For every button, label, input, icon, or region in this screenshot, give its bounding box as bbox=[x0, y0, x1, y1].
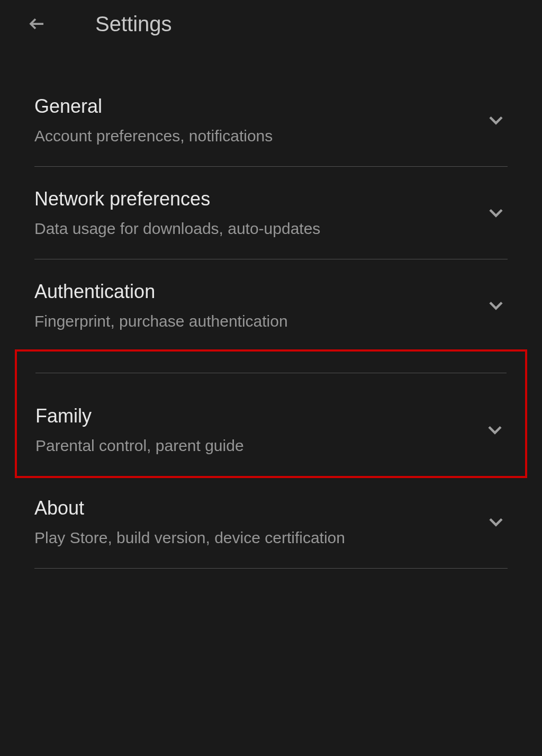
chevron-down-icon bbox=[483, 418, 507, 442]
page-title: Settings bbox=[95, 12, 172, 36]
settings-item-title: Authentication bbox=[34, 281, 474, 303]
header: Settings bbox=[0, 0, 542, 48]
settings-item-title: General bbox=[34, 95, 474, 118]
back-button[interactable] bbox=[26, 13, 48, 34]
divider bbox=[35, 373, 507, 373]
settings-item-about[interactable]: About Play Store, build version, device … bbox=[0, 476, 542, 568]
chevron-down-icon bbox=[484, 109, 508, 132]
settings-item-subtitle: Fingerprint, purchase authentication bbox=[34, 312, 474, 330]
settings-list: General Account preferences, notificatio… bbox=[0, 48, 542, 569]
settings-item-title: Network preferences bbox=[34, 188, 474, 210]
settings-item-subtitle: Data usage for downloads, auto-updates bbox=[34, 220, 474, 238]
settings-item-network[interactable]: Network preferences Data usage for downl… bbox=[0, 167, 542, 259]
settings-item-title: About bbox=[34, 497, 474, 519]
arrow-left-icon bbox=[28, 14, 47, 33]
settings-item-subtitle: Parental control, parent guide bbox=[35, 437, 473, 455]
settings-item-general[interactable]: General Account preferences, notificatio… bbox=[0, 74, 542, 166]
settings-item-title: Family bbox=[35, 405, 473, 427]
divider bbox=[34, 568, 508, 569]
settings-item-authentication[interactable]: Authentication Fingerprint, purchase aut… bbox=[0, 259, 542, 352]
settings-item-family-highlighted[interactable]: Family Parental control, parent guide bbox=[15, 349, 527, 478]
settings-item-subtitle: Play Store, build version, device certif… bbox=[34, 529, 474, 547]
chevron-down-icon bbox=[484, 510, 508, 534]
chevron-down-icon bbox=[484, 201, 508, 224]
chevron-down-icon bbox=[484, 294, 508, 317]
settings-item-subtitle: Account preferences, notifications bbox=[34, 127, 474, 145]
